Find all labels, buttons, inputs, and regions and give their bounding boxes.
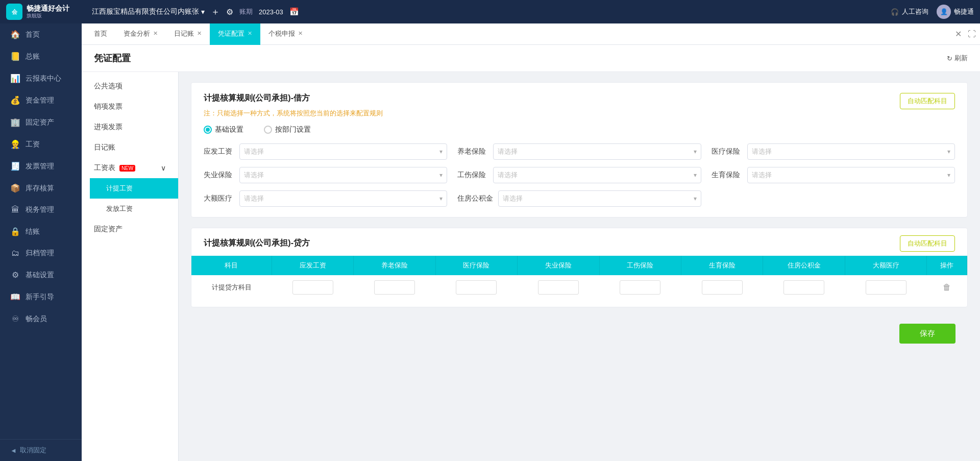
select-maternity-arrow: ▾ [947,172,950,179]
select-pension[interactable]: 请选择 ▾ [493,143,701,160]
support-link[interactable]: 🎧 人工咨询 [891,7,928,16]
sidebar-item-assets[interactable]: 🏢 固定资产 [0,111,82,133]
add-account-icon[interactable]: ＋ [211,6,220,18]
sidebar-item-settings[interactable]: ⚙ 基础设置 [0,264,82,286]
tab-fund-analysis-close[interactable]: ✕ [153,30,158,37]
input-maternity[interactable] [702,280,743,295]
sidebar-item-invoice[interactable]: 🧾 发票管理 [0,155,82,177]
company-selector[interactable]: 江西服宝精品有限责任公司内账张 ▾ [92,7,205,16]
td-delete[interactable]: 🗑 [927,275,967,300]
svg-text:会: 会 [11,9,18,15]
refresh-button[interactable]: ↻ 刷新 [947,54,968,63]
sidebar-item-fund[interactable]: 💰 资金管理 [0,89,82,111]
td-major-medical-input[interactable] [845,275,926,300]
sidebar-item-member[interactable]: ♾ 畅会员 [0,308,82,330]
salary-icon: 👷 [10,139,20,149]
logo-icon: 会 [6,4,22,20]
select-medical[interactable]: 请选择 ▾ [747,143,955,160]
form-row-pension: 养老保险 请选择 ▾ [457,143,701,160]
sidebar-item-reports[interactable]: 📊 云报表中心 [0,67,82,89]
select-unemployment[interactable]: 请选择 ▾ [239,167,447,183]
select-major-medical[interactable]: 请选择 ▾ [239,190,447,207]
left-nav-journal[interactable]: 日记账 [82,137,178,158]
input-medical[interactable] [456,280,497,295]
logo-subtitle: 旗舰版 [27,12,69,19]
tab-maximize-icon[interactable]: ⛶ [968,30,976,39]
debit-section-note: 注：只能选择一种方式，系统将按照您当前的选择来配置规则 [204,109,955,118]
sidebar-item-home[interactable]: 🏠 首页 [0,23,82,45]
select-maternity-value: 请选择 [752,171,772,180]
sidebar-item-inventory[interactable]: 📦 库存核算 [0,177,82,199]
th-pension: 养老保险 [354,256,435,275]
select-housing-fund-value: 请选择 [503,194,523,203]
left-nav-payment[interactable]: 发放工资 [90,199,178,219]
credit-auto-match-button[interactable]: 自动匹配科目 [900,235,955,252]
input-unemployment[interactable] [538,280,579,295]
label-maternity: 生育保险 [712,171,742,180]
left-nav-public[interactable]: 公共选项 [82,76,178,96]
save-button[interactable]: 保存 [899,324,955,344]
radio-department[interactable]: 按部门设置 [264,125,311,134]
td-medical-input[interactable] [435,275,517,300]
tab-tax-report-close[interactable]: ✕ [298,30,303,37]
select-wage-value: 请选择 [244,147,264,156]
input-pension[interactable] [374,280,415,295]
input-injury[interactable] [620,280,660,295]
sidebar-item-ledger[interactable]: 📒 总账 [0,45,82,67]
select-maternity[interactable]: 请选择 ▾ [747,167,955,183]
left-nav-purchase-invoice[interactable]: 进项发票 [82,117,178,137]
tab-voucher-config[interactable]: 凭证配置 ✕ [210,23,260,45]
tab-tax-report[interactable]: 个税申报 ✕ [260,23,311,45]
period-value[interactable]: 2023-03 [259,8,283,16]
user-info[interactable]: 👤 畅捷通 [937,5,974,19]
refresh-label: 刷新 [954,54,968,63]
company-dropdown-icon[interactable]: ▾ [201,8,205,16]
tab-journal[interactable]: 日记账 ✕ [166,23,210,45]
form-row-housing-fund: 住房公积金 请选择 ▾ [457,190,701,207]
select-housing-fund[interactable]: 请选择 ▾ [498,190,701,207]
td-subject-label: 计提贷方科目 [191,275,272,300]
delete-row-icon[interactable]: 🗑 [943,283,951,292]
tab-fund-analysis[interactable]: 资金分析 ✕ [115,23,166,45]
left-nav-sales-invoice[interactable]: 销项发票 [82,96,178,117]
debit-auto-match-button[interactable]: 自动匹配科目 [900,93,955,109]
td-pension-input[interactable] [354,275,435,300]
settings-icon[interactable]: ⚙ [226,7,233,17]
left-nav-fixed-assets[interactable]: 固定资产 [82,219,178,239]
td-unemployment-input[interactable] [518,275,599,300]
sidebar-item-tax[interactable]: 🏛 税务管理 [0,199,82,221]
sidebar: 🏠 首页 📒 总账 📊 云报表中心 💰 资金管理 🏢 固定资产 👷 工资 🧾 发… [0,23,82,461]
tab-journal-close[interactable]: ✕ [197,30,202,37]
input-wage[interactable] [292,280,333,295]
radio-basic[interactable]: 基础设置 [204,125,243,134]
main-layout: 🏠 首页 📒 总账 📊 云报表中心 💰 资金管理 🏢 固定资产 👷 工资 🧾 发… [0,23,980,461]
table-header-row: 科目 应发工资 养老保险 医疗保险 失业保险 工伤保险 生育保险 住房公积金 大… [191,256,967,275]
left-nav-accrual[interactable]: 计提工资 [90,178,178,199]
two-panel: 公共选项 销项发票 进项发票 日记账 工资表 NEW ∨ 计提工资 发放工资 固… [82,72,980,461]
debit-section: 计提核算规则(公司承担)-借方 注：只能选择一种方式，系统将按照您当前的选择来配… [191,82,968,217]
sidebar-item-guide[interactable]: 📖 新手引导 [0,286,82,308]
tab-journal-label: 日记账 [174,29,194,38]
sidebar-item-salary[interactable]: 👷 工资 [0,133,82,155]
tab-home[interactable]: 首页 [86,23,115,45]
form-row-medical: 医疗保险 请选择 ▾ [712,143,955,160]
sidebar-label-assets: 固定资产 [26,118,54,127]
td-injury-input[interactable] [599,275,681,300]
sidebar-unpin[interactable]: ◄ 取消固定 [0,439,82,461]
left-nav-payroll-group[interactable]: 工资表 NEW ∨ [82,158,178,178]
sidebar-label-tax: 税务管理 [26,205,54,214]
tab-voucher-config-close[interactable]: ✕ [248,30,252,37]
select-injury[interactable]: 请选择 ▾ [493,167,701,183]
select-wage[interactable]: 请选择 ▾ [239,143,447,160]
td-wage-input[interactable] [272,275,353,300]
th-action: 操作 [927,256,967,275]
input-major-medical[interactable] [866,280,906,295]
td-maternity-input[interactable] [681,275,763,300]
sidebar-item-close[interactable]: 🔒 结账 [0,221,82,242]
sidebar-item-archive[interactable]: 🗂 归档管理 [0,242,82,264]
input-housing-fund[interactable] [783,280,824,295]
tab-close-window-icon[interactable]: ✕ [955,29,962,39]
td-housing-fund-input[interactable] [763,275,845,300]
calendar-icon[interactable]: 📅 [289,7,299,16]
top-bar-center: 江西服宝精品有限责任公司内账张 ▾ ＋ ⚙ 账期 2023-03 📅 [88,6,891,18]
